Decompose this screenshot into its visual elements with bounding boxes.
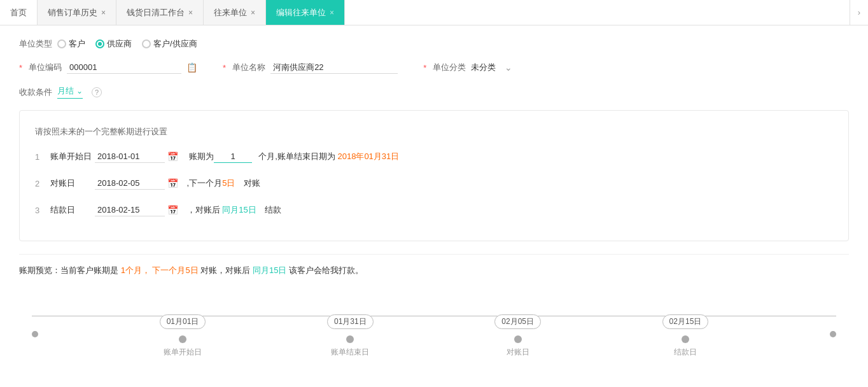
period-suffix-1b: 个月,账单结束日期为 — [258, 151, 337, 162]
preview-part1: 1个月， — [121, 265, 150, 275]
radio-supplier-label: 供应商 — [107, 38, 132, 50]
period-num-1: 1 — [35, 152, 50, 162]
timeline-badge-3: 02月05日 — [494, 314, 541, 329]
period-label-2: 对账日 — [50, 178, 95, 189]
radio-both[interactable]: 客户/供应商 — [142, 38, 197, 50]
timeline-node-4: 02月15日 结款日 — [662, 314, 709, 358]
main-content: 单位类型 客户 供应商 客户/供应商 * 单位编码 — [0, 25, 868, 387]
tab-partner-units-label: 往来单位 — [214, 7, 247, 18]
timeline-label-3: 对账日 — [507, 347, 529, 358]
preview-section: 账期预览：当前客户账期是 1个月， 下一个月5日 对账，对账后 同月15日 该客… — [19, 254, 849, 383]
payment-terms-arrow: ⌄ — [76, 87, 83, 95]
period-payment-highlight: 同月15日 — [222, 204, 256, 216]
timeline-badge-4: 02月15日 — [662, 314, 709, 329]
unit-code-label: 单位编码 — [29, 62, 62, 73]
unit-code-group: * 单位编码 📋 — [19, 61, 197, 74]
period-suffix-1a: 账期为 — [185, 151, 214, 162]
tab-cash-reconcile-close[interactable]: × — [188, 8, 193, 17]
tab-home[interactable]: 首页 — [0, 0, 38, 25]
unit-category-star: * — [423, 63, 426, 73]
unit-type-row: 单位类型 客户 供应商 客户/供应商 — [19, 38, 849, 50]
period-row-1: 1 账单开始日 📅 账期为 个月,账单结束日期为 2018年01月31日 — [35, 150, 833, 163]
period-reconcile-highlight: 5日 — [222, 178, 235, 189]
unit-name-input[interactable] — [270, 61, 398, 74]
tab-sales-history-close[interactable]: × — [101, 8, 106, 17]
calendar-icon-2[interactable]: 📅 — [167, 178, 178, 188]
timeline-left-end — [32, 331, 38, 337]
timeline-nodes: 01月01日 账单开始日 01月31日 账单结束日 02月05日 对账日 — [32, 308, 836, 358]
tab-cash-reconcile[interactable]: 钱货日清工作台 × — [116, 0, 204, 25]
preview-part2: 下一个月5日 — [152, 265, 198, 275]
payment-terms-group: 收款条件 月结 ⌄ ? — [19, 85, 102, 99]
period-label-3: 结款日 — [50, 204, 95, 216]
period-month-input[interactable] — [214, 150, 252, 163]
tab-sales-history[interactable]: 销售订单历史 × — [38, 0, 116, 25]
radio-customer[interactable]: 客户 — [57, 38, 85, 50]
timeline-dot-3 — [514, 335, 522, 343]
timeline-right-dot — [830, 331, 836, 337]
unit-name-label: 单位名称 — [232, 62, 265, 73]
unit-name-group: * 单位名称 — [223, 61, 398, 74]
timeline-label-4: 结款日 — [674, 347, 697, 358]
timeline-dot-1 — [179, 335, 186, 343]
tab-edit-partner[interactable]: 编辑往来单位 × — [266, 0, 345, 25]
preview-prefix: 账期预览：当前客户账期是 — [19, 265, 118, 275]
unit-type-label: 单位类型 — [19, 38, 52, 50]
period-date-input-1[interactable] — [95, 150, 165, 163]
unit-category-group: * 单位分类 未分类 ⌄ — [423, 62, 512, 73]
period-suffix-2a: ,下一个月 — [185, 178, 222, 189]
timeline-label-1: 账单开始日 — [164, 347, 202, 358]
tab-more-arrow[interactable]: › — [850, 0, 868, 25]
timeline-dot-2 — [346, 335, 354, 343]
period-date-input-3[interactable] — [95, 204, 165, 216]
tab-partner-units-close[interactable]: × — [251, 8, 255, 17]
payment-terms-value: 月结 — [57, 85, 74, 97]
period-section: 请按照未来的一个完整帐期进行设置 1 账单开始日 📅 账期为 个月,账单结束日期… — [19, 110, 849, 241]
preview-middle: 对账，对账后 — [200, 265, 250, 275]
timeline-dot-4 — [682, 335, 689, 343]
timeline-left-dot — [32, 331, 38, 337]
preview-suffix: 该客户会给我打款。 — [289, 265, 363, 275]
radio-customer-label: 客户 — [69, 38, 85, 50]
calendar-icon-1[interactable]: 📅 — [167, 151, 178, 162]
period-date-input-2[interactable] — [95, 177, 165, 190]
radio-supplier[interactable]: 供应商 — [95, 38, 132, 50]
unit-category-value: 未分类 — [471, 62, 496, 73]
timeline-node-2: 01月31日 账单结束日 — [327, 314, 374, 358]
timeline-node-1: 01月01日 账单开始日 — [160, 314, 206, 358]
payment-terms-select[interactable]: 月结 ⌄ — [57, 85, 83, 99]
payment-terms-help-icon[interactable]: ? — [92, 87, 102, 97]
timeline-badge-1: 01月01日 — [160, 314, 206, 329]
payment-terms-label: 收款条件 — [19, 87, 52, 98]
tab-edit-partner-close[interactable]: × — [330, 8, 334, 17]
tab-sales-history-label: 销售订单历史 — [48, 7, 97, 18]
timeline-badge-2: 01月31日 — [327, 314, 374, 329]
tab-partner-units[interactable]: 往来单位 × — [204, 0, 266, 25]
timeline-label-2: 账单结束日 — [331, 347, 369, 358]
period-suffix-3a: ，对账后 — [185, 204, 222, 216]
period-end-date-highlight: 2018年01月31日 — [337, 151, 399, 162]
unit-code-star: * — [19, 63, 22, 73]
unit-code-icon[interactable]: 📋 — [186, 62, 197, 73]
period-row-3: 3 结款日 📅 ，对账后 同月15日 结款 — [35, 204, 833, 216]
payment-terms-row: 收款条件 月结 ⌄ ? — [19, 85, 849, 99]
unit-category-dropdown-icon[interactable]: ⌄ — [505, 62, 512, 73]
unit-category-label: 单位分类 — [433, 62, 466, 73]
period-suffix-3b: 结款 — [263, 204, 282, 216]
radio-both-circle — [142, 39, 151, 48]
period-num-3: 3 — [35, 206, 50, 215]
calendar-icon-3[interactable]: 📅 — [167, 205, 178, 215]
tab-edit-partner-label: 编辑往来单位 — [276, 7, 326, 18]
unit-code-input[interactable] — [67, 61, 181, 74]
tab-home-label: 首页 — [10, 7, 27, 18]
radio-supplier-circle — [95, 39, 104, 48]
preview-text: 账期预览：当前客户账期是 1个月， 下一个月5日 对账，对账后 同月15日 该客… — [19, 265, 849, 276]
tab-cash-reconcile-label: 钱货日清工作台 — [127, 7, 185, 18]
unit-name-star: * — [223, 63, 226, 73]
radio-customer-circle — [57, 39, 66, 48]
section-instruction: 请按照未来的一个完整帐期进行设置 — [35, 126, 833, 137]
period-num-2: 2 — [35, 179, 50, 188]
preview-part3: 同月15日 — [253, 265, 286, 275]
timeline-node-3: 02月05日 对账日 — [494, 314, 541, 358]
timeline-container: 01月01日 账单开始日 01月31日 账单结束日 02月05日 对账日 — [19, 289, 849, 383]
